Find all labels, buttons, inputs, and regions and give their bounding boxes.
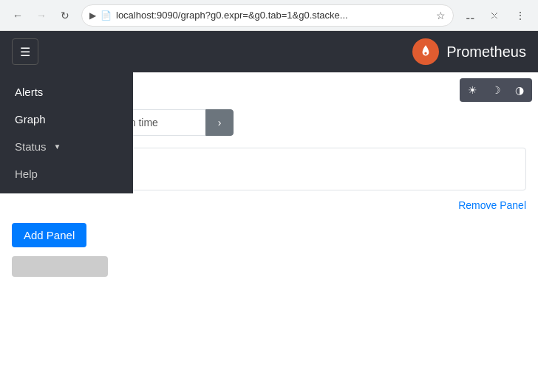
menu-button[interactable]: ⋮ bbox=[510, 5, 531, 26]
bookmark-icon[interactable]: ☆ bbox=[436, 10, 446, 21]
nav-menu: Alerts Graph Status ▼ Help bbox=[0, 72, 133, 193]
moon-icon: ☽ bbox=[491, 84, 501, 96]
light-theme-button[interactable]: ☀ bbox=[461, 80, 483, 100]
extensions-button[interactable]: ⛌ bbox=[485, 5, 505, 26]
dark-theme-button[interactable]: ☽ bbox=[485, 80, 507, 100]
gray-bar bbox=[12, 256, 108, 277]
chevron-down-icon: ▼ bbox=[54, 142, 61, 151]
navbar-title: Prometheus bbox=[446, 44, 526, 61]
menu-item-graph[interactable]: Graph bbox=[0, 106, 133, 133]
menu-label-status: Status bbox=[15, 140, 47, 153]
add-panel-button[interactable]: Add Panel bbox=[12, 223, 86, 247]
profile-button[interactable]: ⚋ bbox=[460, 5, 480, 26]
page-icon: ▶ bbox=[89, 10, 96, 21]
menu-label-graph: Graph bbox=[15, 113, 46, 125]
menu-item-alerts[interactable]: Alerts bbox=[0, 78, 133, 106]
eval-time-next-button[interactable]: › bbox=[205, 109, 234, 136]
forward-button[interactable]: → bbox=[31, 5, 52, 26]
menu-item-help[interactable]: Help bbox=[0, 160, 133, 188]
back-button[interactable]: ← bbox=[7, 5, 28, 26]
contrast-icon: ◑ bbox=[515, 84, 524, 96]
sun-icon: ☀ bbox=[468, 84, 477, 96]
menu-item-status[interactable]: Status ▼ bbox=[0, 133, 133, 160]
remove-panel-button[interactable]: Remove Panel bbox=[458, 199, 526, 211]
menu-label-help: Help bbox=[15, 168, 38, 180]
auto-theme-button[interactable]: ◑ bbox=[508, 80, 531, 100]
navbar-brand: Prometheus bbox=[412, 38, 526, 65]
app-container: ☰ Alerts Graph Status ▼ Help bbox=[0, 31, 538, 392]
url-text: localhost:9090/graph?g0.expr=&g0.tab=1&g… bbox=[116, 10, 432, 21]
theme-buttons: ☀ ☽ ◑ bbox=[460, 78, 532, 102]
menu-label-alerts: Alerts bbox=[15, 86, 43, 98]
remove-panel-container: Remove Panel bbox=[12, 199, 526, 211]
nav-buttons: ← → ↻ bbox=[7, 5, 75, 26]
lock-icon: 📄 bbox=[101, 10, 112, 21]
browser-chrome: ← → ↻ ▶ 📄 localhost:9090/graph?g0.expr=&… bbox=[0, 0, 538, 31]
hamburger-icon: ☰ bbox=[20, 45, 30, 59]
reload-button[interactable]: ↻ bbox=[55, 5, 75, 26]
browser-actions: ⚋ ⛌ ⋮ bbox=[460, 5, 531, 26]
address-bar[interactable]: ▶ 📄 localhost:9090/graph?g0.expr=&g0.tab… bbox=[81, 4, 454, 27]
navbar: ☰ Alerts Graph Status ▼ Help bbox=[0, 31, 538, 72]
prometheus-flame-icon bbox=[418, 44, 434, 60]
prometheus-logo bbox=[412, 38, 439, 65]
hamburger-button[interactable]: ☰ bbox=[12, 38, 38, 65]
